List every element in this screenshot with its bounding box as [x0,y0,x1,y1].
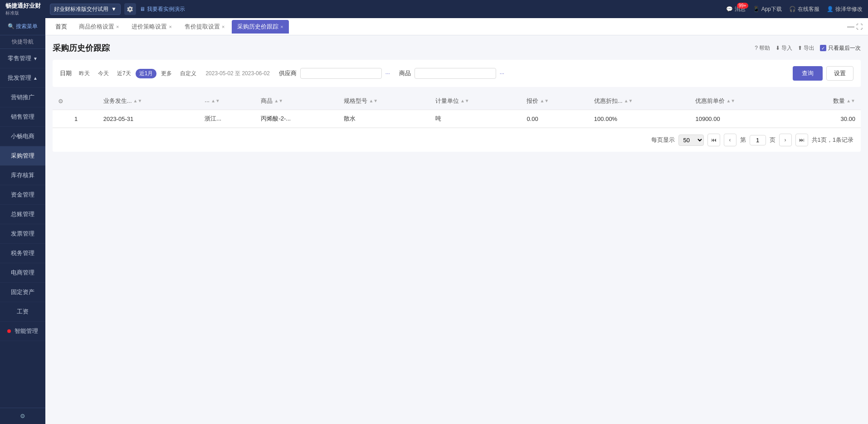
sort-icon[interactable]: ▲▼ [369,99,378,103]
export-label: 导出 [804,44,814,52]
sidebar-item-label: 库存核算 [11,171,34,179]
col-goods: 商品 ▲▼ [255,92,338,110]
sidebar-item-finance[interactable]: 资金管理 [0,185,45,205]
sidebar-item-sales[interactable]: 销售管理 [0,107,45,127]
import-label: 导入 [781,44,792,52]
sidebar-item-tax[interactable]: 税务管理 [0,244,45,263]
cell-quote: 0.00 [521,110,588,128]
app-logo: 畅捷通好业财 标准版 [5,2,41,16]
version-label: 好业财标准版交付试用 [54,5,108,13]
date-btn-last1m[interactable]: 近1月 [136,69,157,78]
page-input[interactable] [750,135,766,145]
next-page-btn[interactable]: › [779,134,792,146]
tab-close-icon[interactable]: × [280,24,283,29]
supplier-filter-label: 供应商 [279,69,297,77]
only-last-checkbox-label[interactable]: ✓ 只看最后一次 [820,44,861,52]
col-unit: 计量单位 ▲▼ [430,92,521,110]
tab-label: 采购历史价跟踪 [237,23,278,31]
help-label: 帮助 [759,44,770,52]
maximize-icon[interactable]: ⛶ [856,23,863,30]
supplier-more-btn[interactable]: ··· [385,70,390,77]
tab-close-icon[interactable]: × [222,24,224,29]
message-icon: 💬 [726,6,733,12]
sidebar-item-salary[interactable]: 工资 [0,302,45,322]
sort-icon[interactable]: ▲▼ [624,99,633,103]
messages-badge: 99+ [737,3,748,9]
tab-sale-price[interactable]: 售价提取设置 × [179,20,230,34]
tab-close-icon[interactable]: × [116,24,119,29]
chevron-down-icon: ▼ [111,6,117,12]
sidebar-item-intelligent[interactable]: 智能管理 [0,322,45,341]
tab-home[interactable]: 首页 [51,20,72,34]
sidebar-quick-nav[interactable]: 快捷导航 [0,35,45,49]
query-button[interactable]: 查询 [793,66,823,81]
tab-close-icon[interactable]: × [169,24,171,29]
goods-more-btn[interactable]: ··· [500,70,504,77]
last-page-btn[interactable]: ⏭ [795,134,808,146]
sidebar-item-inventory[interactable]: 库存核算 [0,166,45,185]
date-btn-more[interactable]: 更多 [157,69,176,78]
date-btn-last7[interactable]: 近7天 [113,69,135,78]
sidebar-item-invoice[interactable]: 发票管理 [0,224,45,244]
sort-icon[interactable]: ▲▼ [726,99,735,103]
date-btn-today[interactable]: 今天 [94,69,112,78]
tab-label: 售价提取设置 [185,23,220,31]
export-link[interactable]: ⬆ 导出 [798,44,814,52]
sidebar-item-ecommerce-small[interactable]: 小畅电商 [0,127,45,146]
table-header-row: ⚙ 业务发生... ▲▼ ··· [53,92,861,110]
sort-icon[interactable]: ▲▼ [211,99,220,103]
tab-purchase-strategy[interactable]: 进价策略设置 × [126,20,177,34]
date-btn-yesterday[interactable]: 昨天 [75,69,93,78]
settings-button[interactable]: 设置 [826,66,853,81]
sidebar-item-purchase[interactable]: 采购管理 [0,146,45,166]
date-btn-custom[interactable]: 自定义 [176,69,200,78]
sort-icon[interactable]: ▲▼ [274,99,283,103]
online-service-btn[interactable]: 🎧 在线客服 [789,5,819,13]
sort-icon[interactable]: ▲▼ [460,99,469,103]
date-filter-group: 日期 昨天 今天 近7天 近1月 更多 自定义 2023-05-02 至 202… [60,69,270,78]
app-download-btn[interactable]: 📱 App下载 [753,5,782,13]
sidebar-item-label: 电商管理 [11,269,34,277]
sidebar-item-wholesale[interactable]: 批发管理 ▲ [0,68,45,88]
sidebar-item-label: 营销推广 [11,93,34,101]
per-page-label: 每页显示 [651,136,675,144]
tab-price[interactable]: 商品价格设置 × [73,20,124,34]
search-label: 搜索菜单 [16,23,38,29]
import-link[interactable]: ⬇ 导入 [775,44,792,52]
tab-purchase-history[interactable]: 采购历史价跟踪 × [232,20,288,34]
sidebar-item-label: 固定资产 [11,288,34,296]
first-page-btn[interactable]: ⏮ [707,134,720,146]
sidebar-item-retail[interactable]: 零售管理 ▼ [0,49,45,68]
sort-icon[interactable]: ▲▼ [133,99,142,103]
sidebar-settings-btn[interactable]: ⚙ [4,413,42,419]
demo-link[interactable]: 🖥 我要看实例演示 [140,5,185,13]
column-settings-icon[interactable]: ⚙ [58,98,63,105]
version-select[interactable]: 好业财标准版交付试用 ▼ [50,4,121,15]
sidebar-item-label: 工资 [17,308,29,316]
sidebar-item-ledger[interactable]: 总账管理 [0,205,45,224]
col-pre-discount-price: 优惠前单价 ▲▼ [690,92,793,110]
sort-icon[interactable]: ▲▼ [540,99,549,103]
sort-icon[interactable]: ▲▼ [846,99,855,103]
sidebar-item-label: 小畅电商 [11,132,34,140]
settings-icon[interactable] [124,3,136,15]
col-quote: 报价 ▲▼ [521,92,588,110]
goods-input[interactable] [414,68,496,79]
goods-filter-group: 商品 ··· [399,68,504,79]
pagination: 每页显示 50 10 20 100 ⏮ ‹ 第 页 › ⏭ 共1页，1条记录 [53,128,861,152]
user-icon: 👤 [827,6,834,12]
import-icon: ⬇ [775,45,780,51]
sidebar-item-label: 采购管理 [11,152,34,160]
help-link[interactable]: ? 帮助 [755,44,770,52]
col-discount: 优惠折扣... ▲▼ [589,92,690,110]
sidebar-item-marketing[interactable]: 营销推广 [0,88,45,107]
sidebar-search[interactable]: 🔍 搜索菜单 [0,18,45,35]
page-size-select[interactable]: 50 10 20 100 [678,135,704,146]
prev-page-btn[interactable]: ‹ [724,134,736,146]
messages-btn[interactable]: 💬 消息 99+ [726,5,746,13]
supplier-input[interactable] [300,68,382,79]
sidebar-item-assets[interactable]: 固定资产 [0,283,45,302]
user-menu-btn[interactable]: 👤 徐泽华修改 [827,5,863,13]
sidebar-item-ecommerce[interactable]: 电商管理 [0,263,45,283]
minimize-icon[interactable]: — [847,23,854,31]
